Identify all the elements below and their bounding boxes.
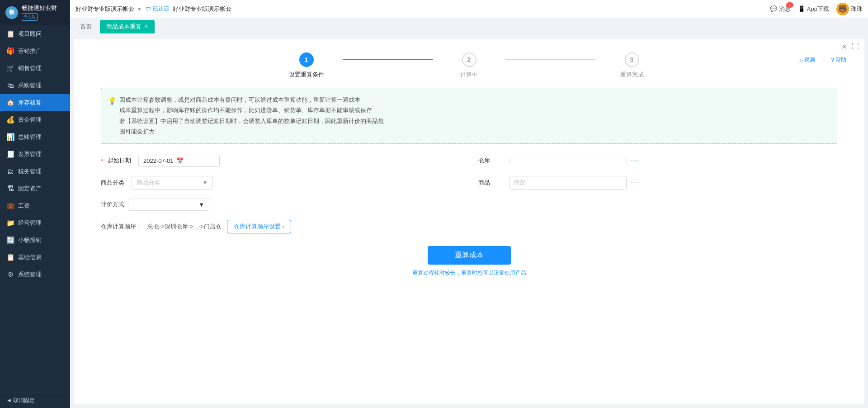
invoice-icon: 🧾 xyxy=(6,150,14,158)
step-1-label: 设置重算条件 xyxy=(289,71,324,79)
account-name: 好业财专业版演示帐套 xyxy=(75,5,134,13)
verified-account: 好业财专业版演示帐套 xyxy=(173,5,231,13)
recalc-button[interactable]: 重算成本 xyxy=(428,246,511,265)
tax-icon: 🗂 xyxy=(6,167,14,176)
sidebar-item-finance[interactable]: 💰 资金管理 xyxy=(0,111,70,128)
sidebar-item-label-invoice: 发票管理 xyxy=(18,150,42,158)
help-label: 帮助 xyxy=(835,56,846,64)
message-icon: 💬 xyxy=(770,5,777,12)
tabbar: 首页 商品成本重算 ✕ xyxy=(70,18,868,35)
sidebar-item-label-system: 系统管理 xyxy=(18,270,42,279)
warehouse-order-row: 仓库计算顺序： 总仓->深圳仓库->...->门店仓 仓库计算顺序设置 › xyxy=(101,220,837,233)
app-download-button[interactable]: 📱 App下载 xyxy=(798,5,829,13)
product-input[interactable]: 商品 xyxy=(509,176,627,190)
main-area: 好业财专业版演示帐套 ▼ 🛡 已认证 好业财专业版演示帐套 💬 消息 1 📱 A… xyxy=(70,0,868,408)
sidebar-logo: 畅 畅捷通好业财 专业版 xyxy=(0,0,70,25)
sidebar-item-system[interactable]: ⚙ 系统管理 xyxy=(0,266,70,283)
sidebar-item-salary[interactable]: 💼 工资 xyxy=(0,197,70,214)
sidebar-item-basic[interactable]: 📋 基础信息 xyxy=(0,249,70,266)
user-avatar: 🐻 xyxy=(836,3,849,15)
info-line-3: 若【系统设置】中启用了自动调整记账日期时，会调整入库单的整单记账日期，因此重新计… xyxy=(119,116,830,126)
salary-icon: 💼 xyxy=(6,202,14,210)
sidebar-item-purchase[interactable]: 🛍 采购管理 xyxy=(0,77,70,94)
step-group: 1 设置重算条件 2 计算中 3 重算完成 xyxy=(270,52,668,79)
info-box: 💡 因成本计算参数调整，或是对商品成本有疑问时，可以通过成本重算功能，重新计算一… xyxy=(101,88,837,144)
pricing-select[interactable]: ▼ xyxy=(128,199,209,211)
date-value: 2022-07-01 xyxy=(143,157,174,164)
sidebar-item-operation[interactable]: 📁 经营管理 xyxy=(0,214,70,232)
message-badge: 1 xyxy=(786,2,793,8)
step-line-2 xyxy=(505,59,596,60)
purchase-icon: 🛍 xyxy=(6,81,14,90)
tab-recalc-label: 商品成本重算 xyxy=(106,23,142,31)
sidebar-item-project[interactable]: 📋 项目顾问 xyxy=(0,25,70,43)
sidebar-item-label-operation: 经营管理 xyxy=(18,219,42,227)
start-date-field: * 起始日期 2022-07-01 📅 xyxy=(101,155,460,167)
form-row-1: * 起始日期 2022-07-01 📅 仓库 ··· xyxy=(101,155,837,167)
sidebar-item-sales[interactable]: 🛒 销售管理 xyxy=(0,60,70,77)
category-field: 商品分类 商品分类 ▼ xyxy=(101,176,460,190)
warehouse-order-value: 总仓->深圳仓库->...->门店仓 xyxy=(147,223,222,231)
fixedasset-icon: 🏗 xyxy=(6,185,14,193)
warehouse-input[interactable] xyxy=(509,158,627,163)
account-select[interactable]: 好业财专业版演示帐套 ▼ xyxy=(75,5,142,13)
video-link[interactable]: ▷ 视频 xyxy=(799,56,815,64)
tab-recalc[interactable]: 商品成本重算 ✕ xyxy=(100,20,155,33)
step-2-circle: 2 xyxy=(462,52,476,67)
inventory-icon: 🏠 xyxy=(6,99,14,107)
message-button[interactable]: 💬 消息 1 xyxy=(770,5,791,13)
system-icon: ⚙ xyxy=(6,270,14,279)
pricing-chevron-icon: ▼ xyxy=(198,201,204,208)
help-divider: | xyxy=(822,57,824,63)
phone-icon: 📱 xyxy=(798,5,805,12)
help-links: ▷ 视频 | ? 帮助 xyxy=(799,56,846,64)
start-date-input[interactable]: 2022-07-01 📅 xyxy=(138,155,220,167)
warehouse-more-icon[interactable]: ··· xyxy=(630,157,639,165)
sidebar-item-fixedasset[interactable]: 🏗 固定资产 xyxy=(0,180,70,197)
sidebar-item-invoice[interactable]: 🧾 发票管理 xyxy=(0,146,70,163)
tab-home[interactable]: 首页 xyxy=(74,20,98,33)
calendar-icon[interactable]: 📅 xyxy=(176,157,184,164)
sidebar-unpin[interactable]: ◄ 取消固定 xyxy=(0,393,70,408)
marketing-icon: 🎁 xyxy=(6,47,14,55)
sidebar-nav: 📋 项目顾问 🎁 营销推广 🛒 销售管理 🛍 采购管理 🏠 库存核算 💰 资金管… xyxy=(0,25,70,393)
warehouse-order-label: 仓库计算顺序： xyxy=(101,223,142,231)
tab-close-icon[interactable]: ✕ xyxy=(144,24,148,29)
product-more-icon[interactable]: ··· xyxy=(630,179,639,187)
sidebar-item-expense[interactable]: 🔄 小畅报销 xyxy=(0,232,70,249)
sidebar-item-label-purchase: 采购管理 xyxy=(18,81,42,90)
user-name: 珠珠 xyxy=(851,5,863,13)
sidebar: 畅 畅捷通好业财 专业版 📋 项目顾问 🎁 营销推广 🛒 销售管理 🛍 采购管理… xyxy=(0,0,70,408)
user-menu[interactable]: 🐻 珠珠 xyxy=(836,3,863,15)
logo-name: 畅捷通好业财 xyxy=(22,5,57,12)
sidebar-item-label-project: 项目顾问 xyxy=(18,30,42,38)
warehouse-order-btn-label: 仓库计算顺序设置 xyxy=(234,223,281,231)
app-download-label: App下载 xyxy=(807,5,829,13)
warehouse-order-btn[interactable]: 仓库计算顺序设置 › xyxy=(227,220,291,233)
sidebar-item-label-finance: 资金管理 xyxy=(18,116,42,124)
form-row-2: 商品分类 商品分类 ▼ 商品 商品 ··· xyxy=(101,176,837,190)
sidebar-item-label-sales: 销售管理 xyxy=(18,64,42,72)
sidebar-item-inventory[interactable]: 🏠 库存核算 xyxy=(0,94,70,111)
product-label: 商品 xyxy=(478,179,505,187)
expense-icon: 🔄 xyxy=(6,236,14,244)
sidebar-item-tax[interactable]: 🗂 税务管理 xyxy=(0,163,70,180)
sidebar-item-accounting[interactable]: 📊 总账管理 xyxy=(0,128,70,146)
step-1-circle: 1 xyxy=(299,52,314,67)
sidebar-item-label-marketing: 营销推广 xyxy=(18,47,42,55)
category-select[interactable]: 商品分类 ▼ xyxy=(132,176,213,190)
steps: 1 设置重算条件 2 计算中 3 重算完成 ▷ 视频 xyxy=(74,39,864,88)
category-chevron-icon: ▼ xyxy=(202,179,208,186)
help-link[interactable]: ? 帮助 xyxy=(831,56,846,64)
sidebar-item-label-tax: 税务管理 xyxy=(18,167,42,176)
sidebar-item-marketing[interactable]: 🎁 营销推广 xyxy=(0,43,70,60)
video-label: 视频 xyxy=(804,56,815,64)
step-3-circle: 3 xyxy=(625,52,639,67)
step-2: 2 计算中 xyxy=(433,52,505,79)
category-label: 商品分类 xyxy=(101,179,128,187)
chevron-right-icon: › xyxy=(283,223,284,230)
account-chevron-icon: ▼ xyxy=(137,6,142,12)
basic-icon: 📋 xyxy=(6,253,14,261)
category-placeholder: 商品分类 xyxy=(137,179,160,187)
edition-badge: 专业版 xyxy=(22,13,38,21)
